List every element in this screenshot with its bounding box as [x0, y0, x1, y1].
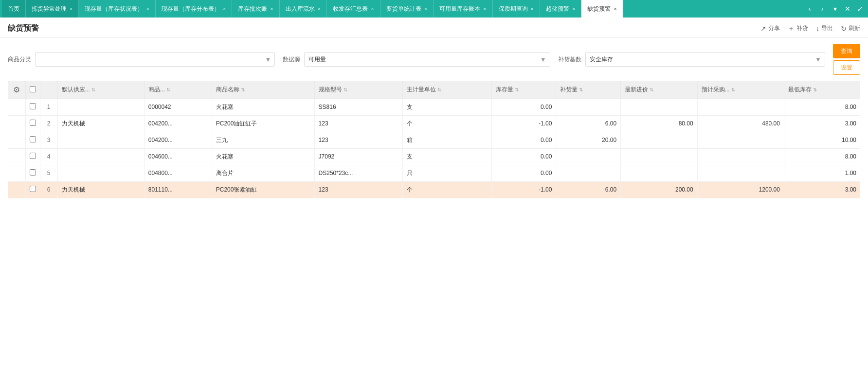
- tab-shortage-close[interactable]: ×: [614, 6, 616, 12]
- refresh-icon: ↻: [841, 25, 847, 33]
- row-unit: 个: [403, 115, 491, 132]
- row-est-purchase: [697, 132, 784, 148]
- page-header: 缺货预警 ↗ 分享 ＋ 补货 ↓ 导出 ↻ 刷新: [0, 18, 868, 38]
- tab-order-stats-close[interactable]: ×: [424, 6, 427, 12]
- row-checkbox-1[interactable]: [30, 120, 36, 126]
- row-min-stock: 8.00: [784, 148, 860, 165]
- tab-expiry-query[interactable]: 保质期查询×: [493, 0, 540, 18]
- row-checkbox-4[interactable]: [30, 169, 36, 176]
- th-spec-sort[interactable]: 规格型号 ⇅: [319, 86, 399, 94]
- row-settings-cell: [8, 132, 25, 148]
- tab-inventory-status-close[interactable]: ×: [146, 6, 149, 12]
- tab-inventory-dist[interactable]: 现存量（库存分布表）×: [156, 0, 232, 18]
- tab-menu-button[interactable]: ▾: [829, 3, 841, 15]
- tab-next-button[interactable]: ›: [816, 3, 828, 15]
- row-stock-qty: -1.00: [491, 115, 556, 132]
- refresh-button[interactable]: ↻ 刷新: [841, 24, 860, 33]
- row-product-name: 三九: [212, 132, 314, 148]
- sort-icon-stock-qty: ⇅: [515, 87, 519, 92]
- row-spec: SS816: [314, 99, 403, 115]
- tab-restore-button[interactable]: ⤢: [854, 3, 866, 15]
- tab-order-stats[interactable]: 要货单统计表×: [380, 0, 434, 18]
- tab-receive-summary[interactable]: 收发存汇总表×: [327, 0, 380, 18]
- th-default-supplier-sort[interactable]: 默认供应... ⇅: [62, 86, 140, 94]
- th-product-name-sort[interactable]: 商品名称 ⇅: [216, 86, 310, 94]
- tab-receive-summary-label: 收发存汇总表: [333, 5, 368, 13]
- select-all-checkbox[interactable]: [30, 86, 36, 92]
- tab-exception[interactable]: 拣货异常处理×: [26, 0, 79, 18]
- th-unit-sort[interactable]: 主计量单位 ⇅: [407, 86, 487, 94]
- tab-available-ledger[interactable]: 可用量库存账本×: [434, 0, 492, 18]
- table-body: 1 0000042 火花塞 SS816 支 0.00 8.00 2 力天机械 0…: [8, 99, 860, 198]
- tab-io-flow[interactable]: 出入库流水×: [280, 0, 327, 18]
- tab-shortage[interactable]: 缺货预警×: [581, 0, 623, 18]
- datasource-select[interactable]: 可用量 库存量: [304, 52, 550, 67]
- tab-available-ledger-close[interactable]: ×: [483, 6, 486, 12]
- tab-close-all-button[interactable]: ✕: [842, 3, 853, 15]
- tab-exception-close[interactable]: ×: [70, 6, 72, 12]
- tab-receive-summary-close[interactable]: ×: [371, 6, 374, 12]
- tab-inventory-status-label: 现存量（库存状况表）: [85, 5, 143, 13]
- sort-icon-product-name: ⇅: [241, 87, 245, 92]
- row-unit: 支: [403, 148, 491, 165]
- th-est-purchase-sort[interactable]: 预计采购... ⇅: [702, 86, 780, 94]
- category-select[interactable]: [35, 52, 275, 67]
- tab-home[interactable]: 首页: [2, 0, 26, 18]
- th-stock-qty-sort[interactable]: 库存量 ⇅: [496, 86, 552, 94]
- th-min-stock-sort[interactable]: 最低库存 ⇅: [788, 86, 856, 94]
- category-filter-group: 商品分类 ▼: [8, 52, 275, 67]
- row-latest-price: [621, 165, 698, 181]
- replenish-icon: ＋: [788, 24, 795, 33]
- tab-overstock[interactable]: 超储预警×: [540, 0, 581, 18]
- row-checkbox-5[interactable]: [30, 186, 36, 192]
- shortage-table: ⚙ 默认供应... ⇅ 商品...: [8, 81, 860, 198]
- tab-inventory-dist-close[interactable]: ×: [223, 6, 226, 12]
- replenish-base-select[interactable]: 安全库存 最低库存: [585, 52, 825, 67]
- tab-expiry-query-close[interactable]: ×: [531, 6, 534, 12]
- tab-overstock-close[interactable]: ×: [572, 6, 575, 12]
- row-est-purchase: 1200.00: [697, 181, 784, 198]
- datasource-select-wrapper: 可用量 库存量 ▼: [304, 52, 550, 67]
- row-replenish-qty: [556, 148, 621, 165]
- row-checkbox-2[interactable]: [30, 136, 36, 142]
- row-checkbox-0[interactable]: [30, 103, 36, 109]
- th-replenish-qty: 补货量 ⇅: [556, 81, 621, 99]
- row-stock-qty: 0.00: [491, 148, 556, 165]
- th-product-code-sort[interactable]: 商品... ⇅: [148, 86, 208, 94]
- tab-exception-label: 拣货异常处理: [32, 5, 67, 13]
- settings-button[interactable]: 设置: [833, 60, 860, 75]
- row-min-stock: 8.00: [784, 99, 860, 115]
- row-min-stock: 3.00: [784, 115, 860, 132]
- replenish-button[interactable]: ＋ 补货: [788, 24, 808, 33]
- tab-inventory-status[interactable]: 现存量（库存状况表）×: [79, 0, 155, 18]
- row-spec: J7092: [314, 148, 403, 165]
- query-button[interactable]: 查询: [833, 44, 860, 58]
- row-default-supplier: 力天机械: [57, 115, 144, 132]
- th-latest-price-sort[interactable]: 最新进价 ⇅: [625, 86, 693, 94]
- table-row: 4 004600... 火花塞 J7092 支 0.00 8.00: [8, 148, 860, 165]
- row-num: 2: [40, 115, 57, 132]
- table-row: 6 力天机械 801110... PC200张紧油缸 123 个 -1.00 6…: [8, 181, 860, 198]
- header-actions: ↗ 分享 ＋ 补货 ↓ 导出 ↻ 刷新: [760, 24, 860, 33]
- row-spec: 123: [314, 181, 403, 198]
- row-replenish-qty: [556, 165, 621, 181]
- row-num: 6: [40, 181, 57, 198]
- row-spec: 123: [314, 132, 403, 148]
- tab-batch-account-close[interactable]: ×: [270, 6, 273, 12]
- table-settings-button[interactable]: ⚙: [13, 85, 20, 94]
- th-num: [40, 81, 57, 99]
- tab-prev-button[interactable]: ‹: [804, 3, 815, 15]
- row-stock-qty: 0.00: [491, 132, 556, 148]
- row-num: 5: [40, 165, 57, 181]
- row-product-name: PC200油缸缸子: [212, 115, 314, 132]
- page-content: 缺货预警 ↗ 分享 ＋ 补货 ↓ 导出 ↻ 刷新 商品分类: [0, 18, 868, 387]
- row-checkbox-3[interactable]: [30, 153, 36, 159]
- filter-actions: 查询 设置: [833, 44, 860, 75]
- th-replenish-qty-sort[interactable]: 补货量 ⇅: [560, 86, 616, 94]
- tab-batch-account[interactable]: 库存批次账×: [232, 0, 279, 18]
- tab-io-flow-close[interactable]: ×: [318, 6, 321, 12]
- th-product-code: 商品... ⇅: [144, 81, 212, 99]
- row-latest-price: 80.00: [621, 115, 698, 132]
- export-button[interactable]: ↓ 导出: [816, 24, 833, 33]
- share-button[interactable]: ↗ 分享: [760, 24, 780, 33]
